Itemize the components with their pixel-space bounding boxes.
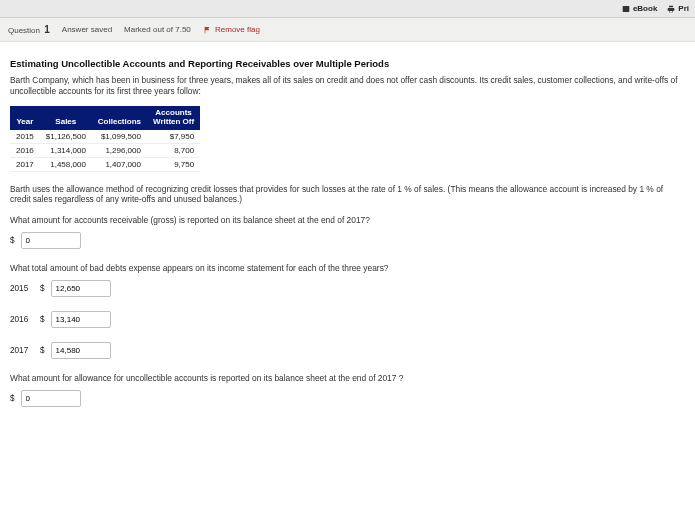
top-bar: eBook Pri [0,0,695,18]
q2-2015-input[interactable] [51,280,111,297]
year-label: 2015 [10,284,34,293]
question-1: What amount for accounts receivable (gro… [10,215,685,225]
currency-symbol: $ [40,315,45,324]
col-sales: Sales [40,106,92,130]
note-paragraph: Barth uses the allowance method of recog… [10,184,685,205]
book-icon [622,5,630,13]
question-number: 1 [44,24,50,35]
ebook-button[interactable]: eBook [622,4,657,13]
data-table: Year Sales Collections AccountsWritten O… [10,106,200,172]
content-area: Estimating Uncollectible Accounts and Re… [0,42,695,431]
currency-symbol: $ [10,394,15,403]
remove-flag-link[interactable]: Remove flag [203,25,260,35]
ebook-label: eBook [633,4,657,13]
table-row: 2016 1,314,000 1,296,000 8,700 [10,143,200,157]
q2-2017-input[interactable] [51,342,111,359]
year-label: 2016 [10,315,34,324]
col-year: Year [10,106,40,130]
currency-symbol: $ [40,284,45,293]
q3-input[interactable] [21,390,81,407]
q2-2016-line: 2016 $ [10,311,685,328]
marks-label: Marked out of 7.50 [124,25,191,34]
table-row: 2015 $1,126,500 $1,099,500 $7,950 [10,130,200,144]
question-2: What total amount of bad debts expense a… [10,263,685,273]
print-icon [667,5,675,13]
q2-2015-line: 2015 $ [10,280,685,297]
question-label: Question 1 [8,24,50,35]
col-collections: Collections [92,106,147,130]
flag-icon [203,25,211,35]
currency-symbol: $ [10,236,15,245]
q2-2017-line: 2017 $ [10,342,685,359]
q1-input-line: $ [10,232,685,249]
answer-status: Answer saved [62,25,112,34]
question-bar: Question 1 Answer saved Marked out of 7.… [0,18,695,42]
page-title: Estimating Uncollectible Accounts and Re… [10,58,685,69]
col-writtenoff: AccountsWritten Off [147,106,200,130]
currency-symbol: $ [40,346,45,355]
intro-paragraph: Barth Company, which has been in busines… [10,75,685,96]
print-label: Pri [678,4,689,13]
question-3: What amount for allowance for uncollecti… [10,373,685,383]
year-label: 2017 [10,346,34,355]
q2-2016-input[interactable] [51,311,111,328]
print-button[interactable]: Pri [667,4,689,13]
table-row: 2017 1,458,000 1,407,000 9,750 [10,157,200,171]
q3-input-line: $ [10,390,685,407]
q1-input[interactable] [21,232,81,249]
